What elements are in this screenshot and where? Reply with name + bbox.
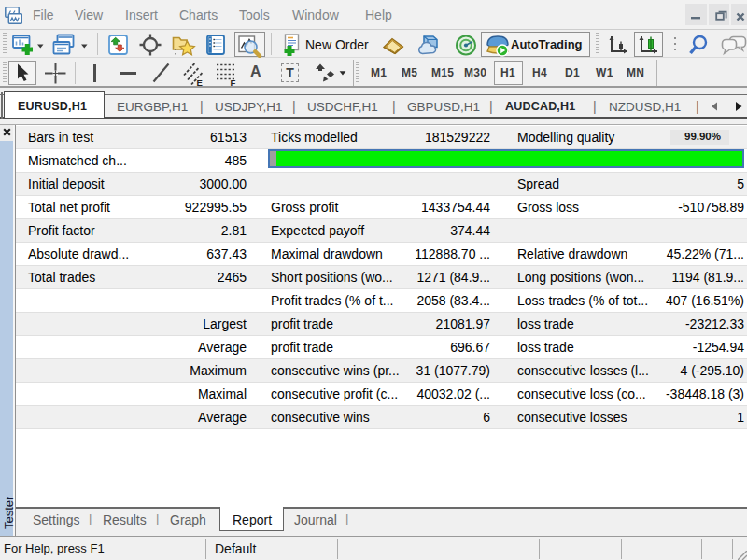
svg-text:E: E [197,77,203,87]
svg-text:F: F [231,77,236,87]
